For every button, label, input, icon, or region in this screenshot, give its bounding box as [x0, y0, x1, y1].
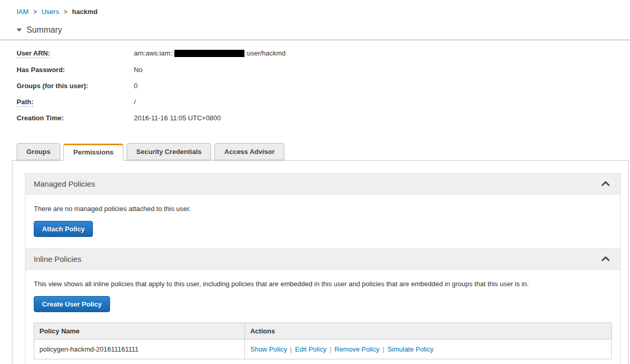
creation-time-value: 2016-11-16 11:05 UTC+0800	[134, 114, 221, 122]
permissions-tab-panel: Managed Policies There are no managed po…	[12, 160, 629, 364]
tabs-area: Groups Permissions Security Credentials …	[12, 143, 629, 364]
remove-policy-link[interactable]: Remove Policy	[335, 345, 380, 353]
has-password-value: No	[134, 66, 143, 74]
collapse-managed-policies-button[interactable]	[599, 180, 612, 187]
summary-title: Summary	[26, 25, 62, 35]
collapse-triangle-icon	[17, 29, 22, 32]
actions-column-header: Actions	[245, 323, 612, 339]
field-row-creation-time: Creation Time: 2016-11-16 11:05 UTC+0800	[17, 114, 630, 122]
create-user-policy-button[interactable]: Create User Policy	[34, 296, 110, 312]
attach-policy-button[interactable]: Attach Policy	[34, 221, 93, 237]
table-row: policygen-hackmd-201611161111 Show Polic…	[34, 339, 612, 359]
simulate-policy-link[interactable]: Simulate Policy	[388, 345, 434, 353]
breadcrumb-separator: >	[33, 8, 37, 16]
field-row-has-password: Has Password: No	[17, 66, 630, 74]
chevron-up-icon	[601, 181, 610, 186]
action-separator: |	[330, 345, 331, 353]
breadcrumb-link-iam[interactable]: IAM	[17, 8, 29, 16]
inline-policies-header: Inline Policies	[25, 249, 620, 270]
managed-policies-title: Managed Policies	[34, 179, 95, 188]
policy-name-column-header: Policy Name	[34, 323, 245, 339]
groups-label: Groups (for this user):	[17, 82, 134, 90]
tab-groups[interactable]: Groups	[17, 143, 60, 160]
tab-security-credentials[interactable]: Security Credentials	[127, 143, 212, 160]
has-password-label: Has Password:	[17, 66, 134, 74]
inline-policies-description: This view shows all inline policies that…	[34, 280, 612, 288]
user-arn-label: User ARN:	[17, 49, 134, 58]
action-separator: |	[382, 345, 384, 353]
user-arn-label-text: User ARN:	[17, 49, 50, 58]
inline-policies-section: Inline Policies This view shows all inli…	[25, 248, 621, 364]
breadcrumb-link-users[interactable]: Users	[42, 8, 59, 16]
field-row-path: Path: /	[17, 98, 630, 106]
managed-policies-header: Managed Policies	[25, 174, 620, 194]
show-policy-link[interactable]: Show Policy	[250, 345, 287, 353]
summary-fields: User ARN: arn:aws:iam:::user/hackmd Has …	[17, 49, 630, 122]
collapse-inline-policies-button[interactable]	[599, 255, 612, 262]
edit-policy-link[interactable]: Edit Policy	[295, 345, 326, 353]
policy-name-cell: policygen-hackmd-201611161111	[34, 339, 245, 359]
path-label-text: Path:	[17, 98, 34, 107]
table-header-row: Policy Name Actions	[34, 323, 612, 339]
actions-cell: Show Policy|Edit Policy|Remove Policy|Si…	[245, 339, 612, 359]
breadcrumb-current-user: hackmd	[72, 8, 98, 16]
summary-divider	[0, 39, 630, 40]
arn-prefix: arn:aws:iam::	[134, 49, 174, 57]
tab-permissions[interactable]: Permissions	[63, 144, 123, 161]
groups-value: 0	[134, 82, 138, 90]
creation-time-label: Creation Time:	[17, 114, 134, 122]
tab-bar: Groups Permissions Security Credentials …	[12, 143, 629, 160]
inline-policies-body: This view shows all inline policies that…	[25, 270, 620, 364]
summary-section-header[interactable]: Summary	[17, 25, 630, 35]
user-arn-value: arn:aws:iam:::user/hackmd	[134, 49, 285, 58]
field-row-groups: Groups (for this user): 0	[17, 82, 630, 90]
managed-policies-body: There are no managed policies attached t…	[25, 194, 620, 248]
managed-policies-section: Managed Policies There are no managed po…	[25, 173, 621, 249]
path-value: /	[134, 98, 136, 106]
inline-policies-table: Policy Name Actions policygen-hackmd-201…	[34, 323, 612, 359]
path-label: Path:	[17, 98, 134, 106]
inline-policies-title: Inline Policies	[34, 255, 81, 263]
breadcrumb-separator: >	[64, 8, 68, 16]
tab-access-advisor[interactable]: Access Advisor	[214, 143, 284, 160]
field-row-user-arn: User ARN: arn:aws:iam:::user/hackmd	[17, 49, 630, 58]
redacted-account-id	[174, 50, 244, 57]
breadcrumb: IAM > Users > hackmd	[17, 8, 630, 16]
managed-policies-empty-message: There are no managed policies attached t…	[34, 205, 612, 213]
action-separator: |	[290, 345, 292, 353]
arn-suffix: :user/hackmd	[245, 49, 285, 57]
chevron-up-icon	[601, 256, 610, 261]
